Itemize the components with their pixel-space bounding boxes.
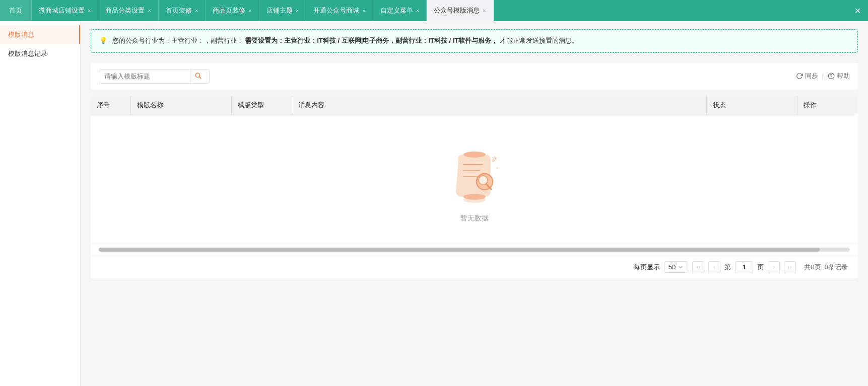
first-page-button[interactable] <box>692 261 704 273</box>
empty-illustration <box>444 145 505 206</box>
page-label: 第 <box>724 263 731 272</box>
scroll-bar-area[interactable] <box>91 243 858 256</box>
help-button[interactable]: 帮助 <box>828 71 850 81</box>
top-nav: 首页 微商城店铺设置 × 商品分类设置 × 首页装修 × 商品页装修 × 店铺主… <box>0 0 868 21</box>
sidebar-item-template-msg-label: 模版消息 <box>8 31 34 38</box>
scroll-track[interactable] <box>99 248 850 252</box>
data-table: 序号 模版名称 模版类型 消息内容 状态 操作 <box>91 96 858 278</box>
col-action: 操作 <box>797 96 858 115</box>
page-unit: 页 <box>757 263 764 272</box>
svg-point-13 <box>492 159 495 162</box>
svg-point-14 <box>496 167 498 169</box>
pagination: 每页显示 50 <box>91 256 858 278</box>
nav-tab-template-msg[interactable]: 公众号模版消息 × <box>427 0 493 21</box>
close-product-category[interactable]: × <box>148 8 151 14</box>
col-index: 序号 <box>91 96 131 115</box>
chevron-down-icon <box>678 264 684 270</box>
total-info: 共0页, 0条记录 <box>804 263 848 272</box>
product-category-label: 商品分类设置 <box>105 6 145 15</box>
home-tab-label: 首页 <box>9 6 22 15</box>
close-shop-settings[interactable]: × <box>88 8 91 14</box>
prev-page-button[interactable] <box>708 261 720 273</box>
divider: | <box>822 72 824 80</box>
nav-tab-shop-settings[interactable]: 微商城店铺设置 × <box>32 0 98 21</box>
svg-point-5 <box>463 151 486 158</box>
col-name: 模版名称 <box>131 96 232 115</box>
search-box[interactable] <box>99 69 210 84</box>
nav-tab-home-decor[interactable]: 首页装修 × <box>159 0 206 21</box>
nav-tab-home[interactable]: 首页 <box>0 0 32 21</box>
product-decor-label: 商品页装修 <box>213 6 245 15</box>
close-product-decor[interactable]: × <box>248 8 251 14</box>
sidebar-item-template-msg[interactable]: 模版消息 <box>0 25 80 44</box>
page-size-value: 50 <box>669 263 676 271</box>
close-home-decor[interactable]: × <box>195 8 198 14</box>
info-banner-highlight: 需要设置为：主营行业：IT科技 / 互联网|电子商务，副营行业：IT科技 / I… <box>245 37 498 44</box>
col-content: 消息内容 <box>292 96 707 115</box>
info-banner: 💡 您的公众号行业为：主营行业：，副营行业： 需要设置为：主营行业：IT科技 /… <box>91 29 858 53</box>
custom-menu-label: 自定义菜单 <box>380 6 413 15</box>
first-page-icon <box>696 265 701 270</box>
col-status: 状态 <box>707 96 797 115</box>
page-size-label: 每页显示 <box>634 263 660 272</box>
svg-point-11 <box>479 176 488 185</box>
prev-page-icon <box>712 265 717 270</box>
last-page-button[interactable] <box>784 261 796 273</box>
info-banner-prefix: 您的公众号行业为：主营行业：，副营行业： <box>112 37 243 44</box>
close-custom-menu[interactable]: × <box>416 8 419 14</box>
home-decor-label: 首页装修 <box>166 6 192 15</box>
page-size-select[interactable]: 50 <box>664 261 688 273</box>
search-icon <box>194 72 202 79</box>
close-all-tabs[interactable]: ✕ <box>847 0 868 21</box>
next-page-button[interactable] <box>768 261 780 273</box>
sidebar: 模版消息 模版消息记录 <box>0 21 81 386</box>
search-button[interactable] <box>190 69 206 83</box>
svg-point-6 <box>463 194 486 200</box>
col-type: 模版类型 <box>232 96 292 115</box>
nav-tab-product-decor[interactable]: 商品页装修 × <box>206 0 259 21</box>
scroll-thumb[interactable] <box>99 248 820 252</box>
search-right-actions: 同步 | 帮助 <box>796 71 850 81</box>
open-mall-label: 开通公众号商城 <box>313 6 359 15</box>
svg-line-1 <box>199 76 201 78</box>
empty-state: 暂无数据 <box>91 115 858 243</box>
info-banner-suffix: 才能正常发送预置的消息。 <box>500 37 578 44</box>
next-page-icon <box>771 265 776 270</box>
close-open-mall[interactable]: × <box>362 8 365 14</box>
close-template-msg[interactable]: × <box>483 8 486 14</box>
sync-icon <box>796 72 803 80</box>
sidebar-item-template-msg-log-label: 模版消息记录 <box>8 50 47 57</box>
sync-button[interactable]: 同步 <box>796 71 818 81</box>
nav-tab-open-mall[interactable]: 开通公众号商城 × <box>306 0 373 21</box>
nav-tab-shop-theme[interactable]: 店铺主题 × <box>259 0 306 21</box>
search-input[interactable] <box>99 69 190 83</box>
nav-tab-custom-menu[interactable]: 自定义菜单 × <box>373 0 427 21</box>
close-shop-theme[interactable]: × <box>296 8 299 14</box>
help-icon <box>828 72 835 80</box>
page-number-input[interactable] <box>735 261 753 273</box>
sync-label: 同步 <box>805 71 818 81</box>
template-msg-label: 公众号模版消息 <box>434 6 480 15</box>
last-page-icon <box>787 265 792 270</box>
main-layout: 模版消息 模版消息记录 💡 您的公众号行业为：主营行业：，副营行业： 需要设置为… <box>0 21 868 386</box>
search-bar: 同步 | 帮助 <box>91 63 858 90</box>
empty-text: 暂无数据 <box>460 214 489 223</box>
sidebar-item-template-msg-log[interactable]: 模版消息记录 <box>0 44 80 63</box>
shop-settings-label: 微商城店铺设置 <box>39 6 85 15</box>
nav-tab-product-category[interactable]: 商品分类设置 × <box>98 0 158 21</box>
table-header: 序号 模版名称 模版类型 消息内容 状态 操作 <box>91 96 858 115</box>
main-content: 💡 您的公众号行业为：主营行业：，副营行业： 需要设置为：主营行业：IT科技 /… <box>81 21 868 386</box>
shop-theme-label: 店铺主题 <box>266 6 293 15</box>
close-all-icon: ✕ <box>854 6 861 16</box>
help-label: 帮助 <box>837 71 850 81</box>
bulb-icon: 💡 <box>99 37 107 44</box>
